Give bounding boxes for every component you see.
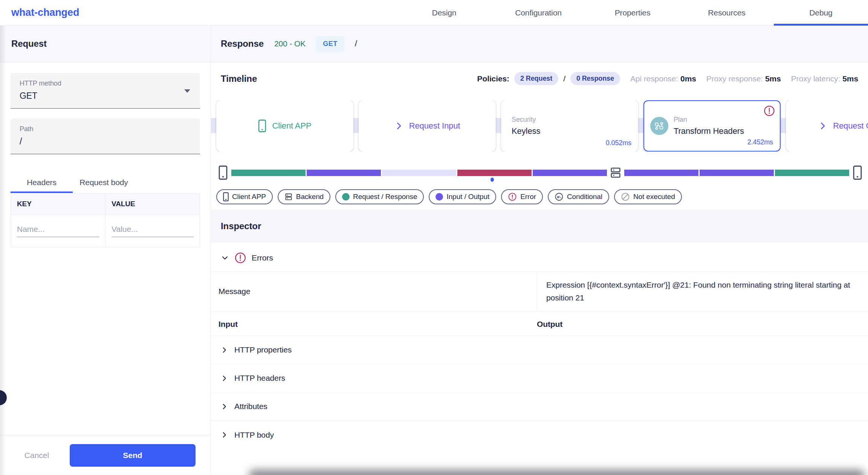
card-duration: 2.452ms <box>747 138 773 146</box>
card-category: Plan <box>674 116 744 124</box>
bar-segment-not-executed[interactable] <box>382 170 456 176</box>
policies-label: Policies: <box>477 74 509 83</box>
policies-separator: / <box>563 74 565 83</box>
input-column-header: Input <box>219 320 537 329</box>
card-request-input-label: Request Input <box>409 121 460 131</box>
chevron-right-icon <box>221 431 228 438</box>
error-icon <box>764 105 775 116</box>
bar-segment-input[interactable] <box>307 170 381 176</box>
card-request-output-label: Request Output <box>833 121 868 131</box>
legend-backend: Backend <box>278 189 330 204</box>
proxy-response-metric: Proxy response: 5ms <box>706 74 781 83</box>
mobile-icon <box>853 165 862 180</box>
api-response-metric: Api response: 0ms <box>630 74 696 83</box>
error-icon <box>508 192 517 201</box>
card-policy-name: Transform Headers <box>674 126 744 136</box>
path-value: / <box>20 136 191 147</box>
main-nav: Design Configuration Properties Resource… <box>397 0 868 25</box>
svg-text:IF: IF <box>557 195 560 199</box>
path-input[interactable]: Path / <box>11 118 200 154</box>
conditional-icon: IF <box>555 192 564 201</box>
card-security-keyless[interactable]: Security Keyless 0.052ms <box>501 100 638 152</box>
top-bar: what-changed Design Configuration Proper… <box>0 0 868 26</box>
legend-error: Error <box>501 189 543 204</box>
tab-request-body[interactable]: Request body <box>73 171 135 193</box>
timeline-cards: Client APP Request Input Security Keyles… <box>211 100 868 152</box>
output-column-header: Output <box>537 320 562 329</box>
section-http-properties[interactable]: HTTP properties <box>211 336 868 364</box>
timeline-header: Timeline Policies: 2 Request / 0 Respons… <box>211 62 868 92</box>
dropdown-arrow-icon <box>184 89 190 93</box>
legend-request-response: Request / Response <box>335 189 424 204</box>
headers-table: KEY VALUE <box>11 193 200 247</box>
tab-properties[interactable]: Properties <box>585 0 680 25</box>
input-output-headers: Input Output <box>211 311 868 336</box>
legend-not-executed: Not executed <box>614 189 682 204</box>
message-label: Message <box>211 272 537 311</box>
chevron-right-icon <box>221 375 228 382</box>
http-method-select[interactable]: HTTP method GET <box>11 73 200 109</box>
app-title: what-changed <box>11 7 79 18</box>
http-method-value: GET <box>20 91 191 101</box>
header-value-input[interactable] <box>112 223 194 237</box>
legend-conditional: IF Conditional <box>548 189 609 204</box>
error-icon <box>234 252 246 264</box>
tab-configuration[interactable]: Configuration <box>491 0 585 25</box>
chevron-right-icon <box>221 403 228 410</box>
send-button[interactable]: Send <box>70 444 196 467</box>
inspector-sections: HTTP properties HTTP headers Attributes … <box>211 336 868 449</box>
bar-segment-error[interactable] <box>457 170 532 176</box>
cancel-button[interactable]: Cancel <box>15 451 58 460</box>
request-panel-header: Request <box>0 26 211 62</box>
request-form: HTTP method GET Path / Headers Request b… <box>0 62 211 435</box>
header-name-input[interactable] <box>17 223 99 237</box>
section-http-headers[interactable]: HTTP headers <box>211 364 868 392</box>
selected-policy-indicator <box>491 178 494 182</box>
request-panel-title: Request <box>11 38 47 49</box>
bar-segment-request[interactable] <box>231 170 306 176</box>
mobile-icon <box>223 192 229 201</box>
card-client-app[interactable]: Client APP <box>216 100 353 152</box>
request-response-dot <box>342 193 350 201</box>
bar-segment-response[interactable] <box>775 170 849 176</box>
timeline-bar <box>211 161 868 185</box>
errors-label: Errors <box>252 253 273 262</box>
mobile-icon <box>219 165 228 180</box>
error-message-table: Message Expression [{#context.syntaxErro… <box>211 271 868 311</box>
chevron-right-icon <box>221 346 228 354</box>
section-http-body[interactable]: HTTP body <box>211 421 868 449</box>
section-attributes[interactable]: Attributes <box>211 392 868 421</box>
response-panel: Response 200 - OK GET / Timeline Policie… <box>211 26 868 475</box>
message-text: Expression [{#context.syntaxError'}] @21… <box>537 272 868 311</box>
timeline-legend: Client APP Backend Request / Response In… <box>211 185 868 210</box>
card-category: Security <box>512 116 540 124</box>
input-output-dot <box>436 193 443 201</box>
errors-section-toggle[interactable]: Errors <box>211 242 868 271</box>
bar-segment-output-2[interactable] <box>700 170 774 176</box>
request-panel: Request HTTP method GET Path / Headers R… <box>0 26 211 475</box>
request-tabs: Headers Request body <box>11 171 200 193</box>
tab-debug[interactable]: Debug <box>774 0 868 25</box>
backend-icon <box>284 193 293 201</box>
response-path: / <box>355 39 357 49</box>
card-plan-transform-headers[interactable]: Plan Transform Headers 2.452ms <box>643 100 781 152</box>
card-request-output[interactable]: Request Output <box>786 100 868 152</box>
column-value: VALUE <box>105 193 200 215</box>
bar-segment-input-2[interactable] <box>624 170 698 176</box>
bar-segment-output[interactable] <box>533 170 607 176</box>
legend-input-output: Input / Output <box>429 189 496 204</box>
proxy-latency-metric: Proxy latency: 5ms <box>791 74 858 83</box>
chevron-right-icon <box>818 121 827 130</box>
column-key: KEY <box>11 193 105 215</box>
tab-resources[interactable]: Resources <box>680 0 774 25</box>
chevron-down-icon <box>221 254 229 262</box>
chevron-right-icon <box>394 121 403 130</box>
card-policy-name: Keyless <box>512 126 540 136</box>
tab-design[interactable]: Design <box>397 0 491 25</box>
method-badge: GET <box>316 36 344 52</box>
card-duration: 0.052ms <box>606 139 631 147</box>
tab-headers[interactable]: Headers <box>11 171 73 193</box>
policy-avatar <box>650 117 668 135</box>
timeline-title: Timeline <box>221 74 257 84</box>
card-request-input[interactable]: Request Input <box>359 100 496 152</box>
